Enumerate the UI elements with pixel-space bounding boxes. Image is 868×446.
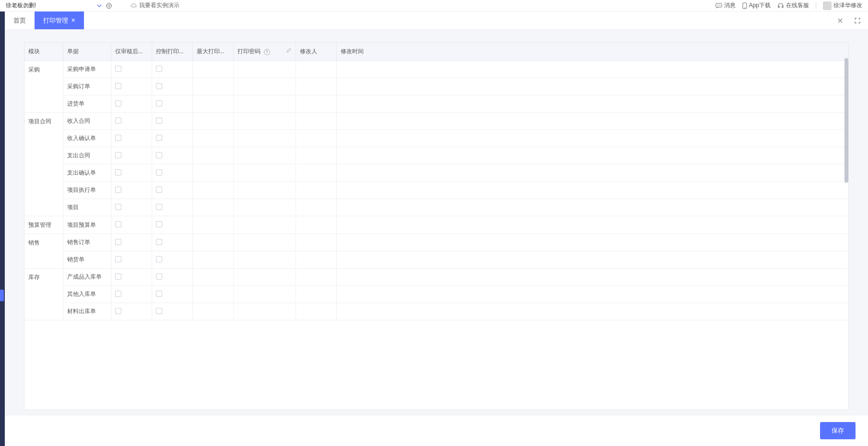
close-icon[interactable]: ✕ (71, 17, 75, 23)
checkbox[interactable] (115, 256, 121, 262)
print-password-cell (233, 182, 296, 199)
table-row: 销货单 (24, 251, 848, 269)
checkbox[interactable] (156, 308, 162, 314)
control-print-cell (152, 95, 192, 113)
table-row: 支出合同 (24, 147, 848, 164)
audit-only-cell (111, 199, 152, 216)
checkbox[interactable] (156, 100, 162, 106)
print-password-cell (233, 147, 296, 164)
chevron-down-icon (97, 4, 102, 7)
audit-only-cell (111, 234, 152, 251)
checkbox[interactable] (156, 66, 162, 72)
checkbox[interactable] (115, 273, 121, 280)
table-row: 采购订单 (24, 78, 848, 95)
tab-print-mgmt-label: 打印管理 (43, 16, 68, 25)
checkbox[interactable] (156, 83, 162, 89)
audit-only-cell (111, 182, 152, 199)
modifier-cell (296, 78, 336, 95)
fullscreen-icon[interactable] (852, 15, 863, 26)
modify-time-cell (336, 95, 848, 113)
checkbox[interactable] (115, 135, 121, 141)
table-row: 其他入库单 (24, 286, 848, 303)
help-icon[interactable]: ? (264, 49, 270, 55)
checkbox[interactable] (156, 204, 162, 210)
print-password-cell (233, 286, 296, 303)
demo-link[interactable]: 我要看实例演示 (131, 1, 179, 10)
close-all-tabs-icon[interactable] (834, 15, 846, 26)
checkbox[interactable] (115, 239, 121, 245)
checkbox[interactable] (115, 117, 121, 124)
max-print-cell (192, 234, 233, 251)
online-service-label: 在线客服 (786, 1, 809, 10)
table-row: 项目合同收入合同 (24, 113, 848, 130)
print-config-table-wrap: 模块 单据 仅审核后... 控制打印... 最大打印... 打印密码 ? (24, 42, 849, 410)
checkbox[interactable] (115, 308, 121, 314)
checkbox[interactable] (115, 169, 121, 176)
edit-icon[interactable] (286, 47, 292, 53)
max-print-cell (192, 113, 233, 130)
tab-print-mgmt[interactable]: 打印管理 ✕ (35, 12, 84, 29)
control-print-cell (152, 130, 192, 147)
checkbox[interactable] (115, 221, 121, 227)
modifier-cell (296, 216, 336, 234)
checkbox[interactable] (156, 187, 162, 193)
audit-only-cell (111, 147, 152, 164)
checkbox[interactable] (156, 239, 162, 245)
table-row: 材料出库单 (24, 303, 848, 320)
audit-only-cell (111, 130, 152, 147)
print-password-cell (233, 269, 296, 286)
checkbox[interactable] (115, 66, 121, 72)
svg-point-3 (719, 5, 720, 5)
max-print-cell (192, 216, 233, 234)
document-cell: 支出合同 (63, 147, 111, 164)
checkbox[interactable] (156, 291, 162, 297)
app-download-link[interactable]: App下载 (742, 1, 771, 10)
checkbox[interactable] (115, 204, 121, 210)
save-button[interactable]: 保存 (820, 422, 856, 439)
checkbox[interactable] (115, 100, 121, 106)
tab-home[interactable]: 首页 (5, 12, 35, 29)
checkbox[interactable] (156, 152, 162, 158)
checkbox[interactable] (156, 135, 162, 141)
top-header: 徐老板勿删! 我要看实例演示 消息 (0, 0, 868, 12)
checkbox[interactable] (156, 221, 162, 227)
scrollbar-thumb[interactable] (844, 58, 848, 183)
document-cell: 项目预算单 (63, 216, 111, 234)
checkbox[interactable] (156, 256, 162, 262)
org-selector[interactable]: 徐老板勿删! (6, 1, 102, 10)
print-password-cell (233, 234, 296, 251)
print-password-cell (233, 164, 296, 182)
checkbox[interactable] (115, 291, 121, 297)
audit-only-cell (111, 61, 152, 78)
user-menu[interactable]: 徐泽华修改 (823, 1, 862, 10)
modifier-cell (296, 147, 336, 164)
print-password-cell (233, 251, 296, 269)
messages-link[interactable]: 消息 (715, 1, 736, 10)
checkbox[interactable] (156, 169, 162, 176)
max-print-cell (192, 95, 233, 113)
checkbox[interactable] (156, 117, 162, 124)
audit-only-cell (111, 251, 152, 269)
gear-icon[interactable] (106, 2, 112, 9)
modifier-cell (296, 182, 336, 199)
modifier-cell (296, 199, 336, 216)
modify-time-cell (336, 78, 848, 95)
max-print-cell (192, 269, 233, 286)
headset-icon (777, 2, 784, 9)
th-modifier: 修改人 (296, 43, 336, 61)
audit-only-cell (111, 286, 152, 303)
audit-only-cell (111, 216, 152, 234)
audit-only-cell (111, 164, 152, 182)
checkbox[interactable] (115, 187, 121, 193)
print-password-cell (233, 61, 296, 78)
left-rail (0, 12, 5, 446)
modify-time-cell (336, 216, 848, 234)
checkbox[interactable] (115, 152, 121, 158)
control-print-cell (152, 234, 192, 251)
checkbox[interactable] (115, 83, 121, 89)
module-cell: 预算管理 (24, 216, 63, 234)
print-password-cell (233, 130, 296, 147)
online-service-link[interactable]: 在线客服 (777, 1, 809, 10)
checkbox[interactable] (156, 273, 162, 280)
table-row: 采购采购申请单 (24, 61, 848, 78)
